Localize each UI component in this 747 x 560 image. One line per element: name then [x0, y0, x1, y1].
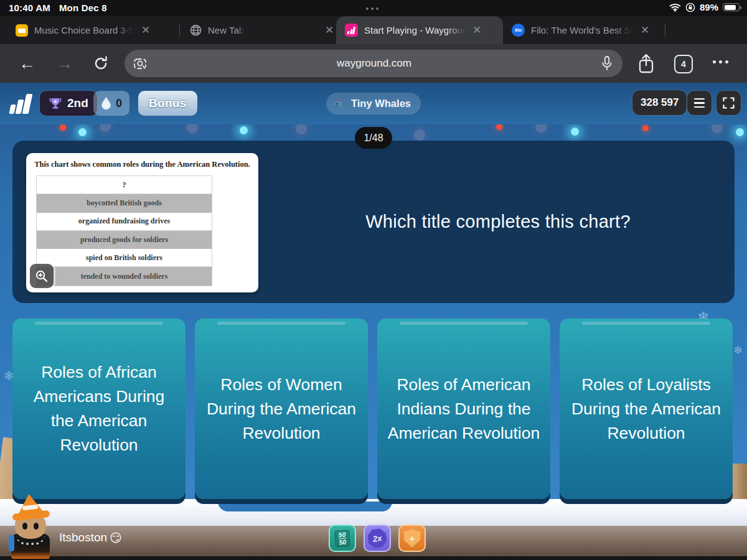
- score-value: 328 597: [641, 96, 679, 109]
- forward-button[interactable]: →: [56, 53, 73, 74]
- status-bar: 10:40 AMMon Dec 8 89%: [0, 0, 747, 16]
- powerup-fifty-fifty[interactable]: 50 50: [329, 525, 356, 552]
- bonus-button[interactable]: Bonus: [138, 91, 197, 116]
- fifty-fifty-icon: 50 50: [334, 530, 350, 548]
- back-button[interactable]: ←: [19, 53, 35, 74]
- status-time: 10:40 AM: [9, 2, 50, 13]
- rank-label: 2nd: [67, 96, 88, 110]
- battery-percent: 89%: [700, 2, 718, 12]
- tab-title: Filo: The World's Best St: [531, 25, 633, 35]
- filo-icon: filo: [512, 24, 525, 37]
- chart-row: ?: [37, 176, 212, 194]
- trophy-icon: [49, 96, 62, 110]
- player-name: Itsboston 😏: [59, 531, 122, 544]
- tab-title: Start Playing - Wayground: [364, 25, 465, 35]
- globe-icon: [190, 24, 202, 36]
- mic-icon[interactable]: [601, 55, 613, 72]
- lens-search-icon[interactable]: [133, 57, 147, 70]
- chart-table: ? boycotted British goods organized fund…: [36, 175, 212, 286]
- smirk-emoji: 😏: [110, 531, 122, 544]
- bottom-edge: [0, 556, 747, 560]
- chart-title: This chart shows common roles during the…: [34, 160, 251, 169]
- tab-music-choice-board[interactable]: Music Choice Board 3-5 ✕: [16, 16, 151, 44]
- whale-icon: [332, 98, 346, 110]
- browser-tab-bar: Music Choice Board 3-5 ✕ New Tab ✕ Start…: [0, 16, 747, 44]
- tab-separator: [179, 24, 180, 37]
- question-progress: 1/48: [355, 127, 392, 149]
- magnifier-plus-icon: [35, 269, 49, 283]
- avatar-cone-hat: [16, 493, 44, 515]
- question-panel: This chart shows common roles during the…: [12, 141, 735, 303]
- avatar-strap: [9, 535, 14, 551]
- team-name: Tiny Whales: [351, 98, 411, 110]
- team-badge[interactable]: Tiny Whales: [326, 93, 421, 114]
- battery-icon: [723, 3, 740, 11]
- powerup-double-points[interactable]: 2x: [364, 525, 391, 552]
- close-tab-icon[interactable]: ✕: [471, 24, 482, 37]
- chart-row: spied on British soldiers: [37, 249, 212, 267]
- tab-filo[interactable]: filo Filo: The World's Best St ✕: [512, 16, 651, 44]
- status-time-date: 10:40 AMMon Dec 8: [9, 2, 107, 13]
- answer-option-4[interactable]: Roles of Loyalists During the American R…: [560, 319, 733, 499]
- player-name-text: Itsboston: [59, 531, 107, 544]
- tab-new-tab[interactable]: New Tab ✕: [190, 16, 335, 44]
- share-icon[interactable]: [636, 53, 656, 75]
- wayground-logo-icon: [345, 24, 358, 37]
- bonus-label: Bonus: [149, 96, 187, 110]
- answer-option-2[interactable]: Roles of Women During the American Revol…: [195, 319, 368, 499]
- shield-plus-icon: +: [404, 529, 421, 548]
- drops-count: 0: [116, 97, 122, 110]
- score-display: 328 597: [632, 90, 687, 115]
- zoom-image-button[interactable]: [30, 264, 54, 288]
- water-drop-icon: [101, 96, 111, 110]
- avatar-eye: [34, 523, 39, 530]
- tab-title: Music Choice Board 3-5: [34, 25, 134, 35]
- wifi-icon: [669, 3, 681, 12]
- drops-counter[interactable]: 0: [93, 91, 129, 116]
- reload-button[interactable]: [92, 55, 110, 72]
- answer-options: Roles of African Americans During the Am…: [0, 319, 747, 504]
- close-tab-icon[interactable]: ✕: [639, 24, 651, 37]
- powerup-shield[interactable]: +: [398, 525, 426, 552]
- wayground-logo-icon: [10, 93, 32, 114]
- close-tab-icon[interactable]: ✕: [324, 24, 335, 37]
- browser-menu-icon[interactable]: [713, 60, 728, 63]
- chart-row: organized fundraising drives: [37, 213, 212, 231]
- question-image-card[interactable]: This chart shows common roles during the…: [26, 153, 258, 292]
- tab-title: New Tab: [208, 25, 244, 35]
- rank-badge[interactable]: 2nd: [40, 91, 97, 116]
- question-text: Which title completes this chart?: [274, 141, 722, 303]
- tab-separator: [665, 24, 665, 37]
- close-tab-icon[interactable]: ✕: [140, 24, 151, 37]
- chart-row: boycotted British goods: [37, 194, 212, 212]
- answer-option-3[interactable]: Roles of American Indians During the Ame…: [377, 319, 550, 499]
- tab-switcher-button[interactable]: 4: [674, 55, 693, 73]
- screen: 10:40 AMMon Dec 8 89% Music Choice Board…: [0, 0, 747, 560]
- multitask-indicator-icon: [366, 7, 378, 10]
- chart-row: tended to wounded soldiers: [37, 267, 212, 285]
- powerup-tray: 50 50 2x +: [329, 525, 426, 552]
- yellow-doc-icon: [16, 24, 28, 37]
- answer-option-1[interactable]: Roles of African Americans During the Am…: [12, 319, 186, 499]
- avatar-eye: [22, 523, 27, 530]
- address-bar[interactable]: wayground.com: [125, 50, 622, 77]
- status-date: Mon Dec 8: [59, 2, 107, 13]
- game-menu-button[interactable]: [687, 91, 712, 115]
- player-avatar[interactable]: [2, 502, 60, 559]
- url-text[interactable]: wayground.com: [147, 57, 601, 70]
- tab-start-playing-wayground[interactable]: Start Playing - Wayground ✕: [336, 16, 503, 44]
- double-points-icon: 2x: [367, 528, 388, 549]
- fullscreen-icon: [723, 97, 735, 109]
- chart-row: produced goods for soldiers: [37, 231, 212, 249]
- rotation-lock-icon: [685, 2, 695, 12]
- browser-nav-bar: ← → wayground.com 4: [0, 44, 747, 83]
- fullscreen-button[interactable]: [716, 91, 741, 115]
